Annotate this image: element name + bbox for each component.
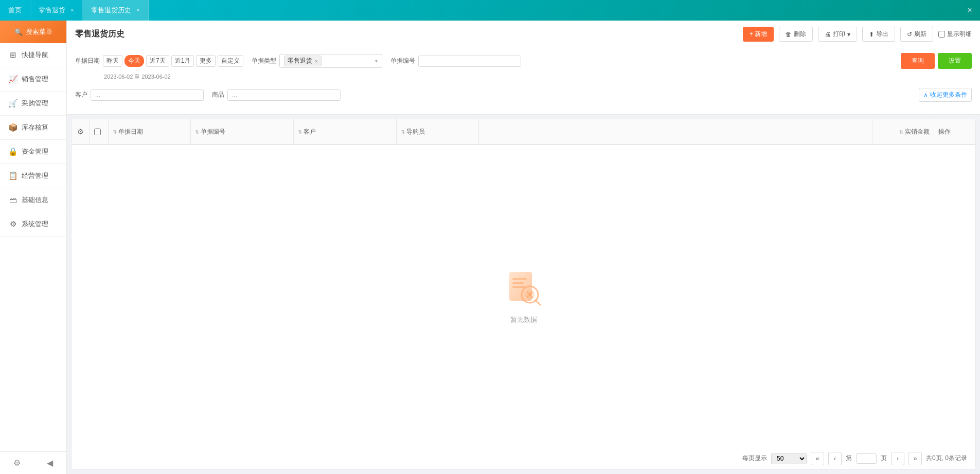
new-button-label: + 新增 (750, 30, 767, 39)
print-button[interactable]: 🖨 打印 ▾ (818, 27, 857, 42)
voucher-no-filter: 单据编号 (390, 56, 521, 67)
th-customer[interactable]: ⇅ 客户 (294, 119, 397, 144)
tab-retail-return-history[interactable]: 零售退货历史 × (83, 0, 149, 21)
window-close-button[interactable]: × (959, 0, 980, 21)
th-amount-label: 实销金额 (905, 127, 930, 136)
voucher-no-input[interactable] (418, 56, 521, 67)
top-bar: 首页 零售退货 × 零售退货历史 × × (0, 0, 980, 21)
delete-button-label: 删除 (794, 30, 806, 39)
next-page-button[interactable]: › (891, 452, 904, 465)
date-btn-custom[interactable]: 自定义 (218, 55, 243, 67)
inventory-icon: 📦 (8, 123, 17, 132)
system-icon: ⚙ (8, 220, 17, 229)
goods-input[interactable] (227, 89, 341, 101)
new-button[interactable]: + 新增 (743, 27, 774, 42)
th-date[interactable]: ⇅ 单据日期 (109, 119, 191, 144)
sidebar-search[interactable]: 🔍 搜索菜单 (0, 21, 66, 43)
last-page-button[interactable]: » (908, 452, 922, 465)
sidebar-item-basic-info[interactable]: 🗃 基础信息 (0, 188, 66, 212)
basic-info-icon: 🗃 (8, 196, 17, 205)
sidebar-search-label: 搜索菜单 (26, 27, 52, 37)
goods-label: 商品 (212, 90, 224, 99)
collapse-button[interactable]: ∧ 收起更多条件 (919, 88, 972, 102)
purchase-icon: 🛒 (8, 99, 17, 108)
print-arrow-icon: ▾ (847, 31, 850, 38)
date-filter: 单据日期 昨天 今天 近7天 近1月 更多 自定义 (75, 55, 243, 67)
voucher-type-select[interactable]: 零售退货 × ▾ (279, 54, 382, 68)
page-label: 页 (881, 454, 887, 463)
export-button[interactable]: ⬆ 导出 (862, 27, 895, 42)
voucher-type-tag: 零售退货 × (284, 56, 321, 66)
th-action-label: 操作 (938, 127, 951, 136)
column-settings-button[interactable]: ⚙ (76, 124, 85, 139)
svg-line-6 (536, 300, 540, 305)
filter-row-2: 客户 商品 ∧ 收起更多条件 (75, 85, 972, 105)
per-page-select[interactable]: 10 20 50 100 (771, 453, 807, 464)
svg-rect-2 (512, 282, 524, 284)
settings-bottom-button[interactable]: ⚙ (13, 458, 21, 468)
voucher-type-label: 单据类型 (252, 57, 276, 65)
svg-rect-1 (512, 278, 527, 280)
sidebar-bottom: ⚙ ◀ (0, 451, 66, 474)
main-layout: 🔍 搜索菜单 ⊞ 快捷导航 📈 销售管理 🛒 采购管理 📦 库存核算 🔒 (0, 21, 980, 474)
tab-list: 首页 零售退货 × 零售退货历史 × (0, 0, 959, 21)
per-page-label: 每页显示 (742, 454, 767, 463)
date-btn-1month[interactable]: 近1月 (171, 55, 194, 67)
th-spacer (479, 119, 872, 144)
sidebar-item-system-label: 系统管理 (22, 220, 48, 229)
tab-home[interactable]: 首页 (0, 0, 30, 21)
total-info: 共0页, 0条记录 (926, 454, 967, 463)
th-customer-label: 客户 (304, 127, 316, 136)
current-page-input[interactable]: 1 (856, 453, 877, 464)
table-body: 暂无数据 (72, 145, 975, 447)
collapse-icon: ∧ (923, 92, 928, 99)
voucher-type-filter: 单据类型 零售退货 × ▾ (252, 54, 382, 68)
select-all-checkbox[interactable] (94, 129, 101, 135)
refresh-button[interactable]: ↺ 刷新 (900, 27, 933, 42)
page-header: 零售退货历史 + 新增 🗑 删除 🖨 打印 ▾ ⬆ (67, 21, 980, 115)
date-btn-more[interactable]: 更多 (196, 55, 216, 67)
voucher-type-tag-text: 零售退货 (288, 57, 312, 65)
sidebar-item-inventory[interactable]: 📦 库存核算 (0, 116, 66, 140)
delete-button[interactable]: 🗑 删除 (779, 27, 813, 42)
empty-state: 暂无数据 (483, 247, 565, 345)
sidebar-item-finance[interactable]: 🔒 资金管理 (0, 140, 66, 164)
print-icon: 🖨 (825, 31, 831, 38)
show-detail-label: 显示明细 (947, 30, 972, 39)
date-btn-yesterday[interactable]: 昨天 (103, 55, 122, 67)
th-settings: ⚙ (72, 119, 90, 144)
query-button[interactable]: 查询 (901, 53, 935, 69)
quick-nav-icon: ⊞ (8, 50, 17, 60)
th-checkbox (90, 119, 109, 144)
voucher-type-tag-close[interactable]: × (314, 58, 317, 64)
customer-input[interactable] (91, 89, 204, 101)
date-filter-label: 单据日期 (75, 57, 100, 65)
sidebar-item-sales-mgmt[interactable]: 📈 销售管理 (0, 67, 66, 92)
th-no[interactable]: ⇅ 单据编号 (191, 119, 294, 144)
sidebar-item-operations-label: 经营管理 (22, 171, 48, 180)
tab-retail-return-history-close[interactable]: × (136, 7, 140, 14)
sidebar-item-quick-nav[interactable]: ⊞ 快捷导航 (0, 43, 66, 67)
main-content: 零售退货历史 + 新增 🗑 删除 🖨 打印 ▾ ⬆ (67, 21, 980, 474)
tab-retail-return-close[interactable]: × (70, 7, 74, 14)
sidebar: 🔍 搜索菜单 ⊞ 快捷导航 📈 销售管理 🛒 采购管理 📦 库存核算 🔒 (0, 21, 67, 474)
sidebar-item-system-mgmt[interactable]: ⚙ 系统管理 (0, 212, 66, 236)
page-title: 零售退货历史 (75, 29, 124, 40)
export-icon: ⬆ (869, 31, 874, 38)
print-button-label: 打印 (833, 30, 845, 39)
settings-button[interactable]: 设置 (938, 53, 972, 69)
sidebar-item-purchase-mgmt[interactable]: 🛒 采购管理 (0, 92, 66, 116)
th-guide[interactable]: ⇅ 导购员 (397, 119, 479, 144)
show-detail-input[interactable] (938, 31, 945, 38)
collapse-sidebar-button[interactable]: ◀ (47, 458, 53, 468)
date-btn-7days[interactable]: 近7天 (146, 55, 169, 67)
sidebar-item-operations[interactable]: 📋 经营管理 (0, 164, 66, 188)
tab-retail-return[interactable]: 零售退货 × (30, 0, 83, 21)
settings-button-label: 设置 (949, 57, 961, 65)
show-detail-checkbox[interactable]: 显示明细 (938, 30, 972, 39)
tab-retail-return-history-label: 零售退货历史 (91, 6, 131, 15)
th-amount[interactable]: ⇅ 实销金额 (872, 119, 934, 144)
prev-page-button[interactable]: ‹ (828, 452, 842, 465)
date-btn-today[interactable]: 今天 (124, 55, 144, 67)
first-page-button[interactable]: « (811, 452, 824, 465)
